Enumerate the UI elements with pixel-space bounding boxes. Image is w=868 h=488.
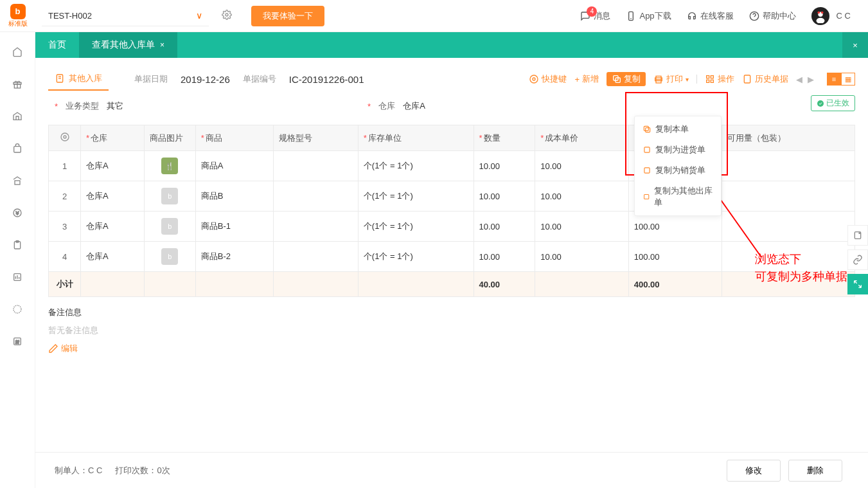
logo[interactable]: b 标准版 <box>0 4 35 28</box>
username: C C <box>837 11 851 21</box>
cell-price: 10.00 <box>535 212 629 242</box>
shortcut-action[interactable]: 快捷键 <box>529 73 567 85</box>
product-thumb: 🍴 <box>161 158 178 174</box>
table-row[interactable]: 1仓库A🍴商品A个(1个 = 1个)10.0010.00100.00 <box>49 151 855 181</box>
new-label: 新增 <box>582 73 599 85</box>
edit-remarks-link[interactable]: 编辑 <box>48 343 855 354</box>
rail-link-icon[interactable] <box>847 249 868 270</box>
cell-image: b <box>144 242 195 272</box>
next-icon[interactable]: ▶ <box>808 75 814 84</box>
copy-this-doc[interactable]: 复制本单 <box>635 119 721 140</box>
sidebar-bag-icon[interactable] <box>10 141 24 156</box>
headset-icon <box>687 11 697 21</box>
close-all-tabs-icon[interactable]: × <box>842 32 868 58</box>
warehouse-label: 仓库 <box>378 100 395 112</box>
cell-image: 🍴 <box>144 151 195 181</box>
svg-rect-45 <box>644 147 650 152</box>
svg-point-0 <box>226 14 228 16</box>
col-spec: 规格型号 <box>273 125 358 151</box>
sidebar-home-icon[interactable] <box>10 45 24 59</box>
tab-view-doc[interactable]: 查看其他入库单 × <box>79 32 177 58</box>
cell-unit: 个(1个 = 1个) <box>358 181 474 212</box>
doc-date-value: 2019-12-26 <box>181 74 230 85</box>
subtotal-row: 小计40.00400.00 <box>49 272 855 297</box>
col-product: *商品 <box>195 125 273 151</box>
footer-print-count: 打印次数：0次 <box>115 465 170 476</box>
sidebar-report-icon[interactable] <box>10 270 24 284</box>
list-view-toggle[interactable]: ≡ <box>827 73 841 86</box>
modify-button[interactable]: 修改 <box>727 460 781 482</box>
copy-dropdown-menu: 复制本单 复制为进货单 复制为销货单 复制为其他出库单 <box>634 116 722 216</box>
status-text: 已生效 <box>826 98 849 109</box>
annotation-line2: 可复制为多种单据 <box>755 268 847 285</box>
doc-type-tab[interactable]: 其他入库 <box>48 68 109 91</box>
svg-point-23 <box>13 305 21 313</box>
cell-warehouse: 仓库A <box>81 181 145 212</box>
logo-version-label: 标准版 <box>8 19 28 28</box>
sidebar-gift-icon[interactable] <box>10 77 24 91</box>
print-label: 打印 <box>666 73 683 85</box>
sidebar-sync-icon[interactable] <box>10 302 24 316</box>
app-download-link[interactable]: App下载 <box>626 10 671 22</box>
cell-price: 10.00 <box>535 151 629 181</box>
col-settings[interactable] <box>49 125 81 151</box>
copy-to-purchase[interactable]: 复制为进货单 <box>635 140 721 160</box>
online-service-link[interactable]: 在线客服 <box>687 10 734 22</box>
sidebar-inventory-icon[interactable] <box>10 109 24 123</box>
user-menu[interactable]: C C <box>811 7 851 25</box>
close-icon[interactable]: × <box>160 41 164 50</box>
delete-button[interactable]: 删除 <box>788 460 842 482</box>
subtotal-qty: 40.00 <box>474 272 535 297</box>
prev-icon[interactable]: ◀ <box>796 75 802 84</box>
outbound-icon <box>642 192 650 201</box>
svg-rect-14 <box>15 181 20 185</box>
mobile-icon <box>626 11 636 21</box>
doc-tab-title: 其他入库 <box>69 73 102 84</box>
edit-label: 编辑 <box>61 343 78 354</box>
cell-available <box>722 151 855 181</box>
table-row[interactable]: 3仓库Ab商品B-1个(1个 = 1个)10.0010.00100.00 <box>49 212 855 242</box>
new-action[interactable]: + 新增 <box>574 73 599 85</box>
history-action[interactable]: 历史单据 <box>742 73 788 85</box>
help-center-link[interactable]: 帮助中心 <box>749 10 796 22</box>
company-selector[interactable]: TEST-H002 ∨ <box>42 6 209 26</box>
rail-expand-icon[interactable] <box>847 274 868 294</box>
copy-action[interactable]: 复制 <box>607 72 646 86</box>
svg-rect-44 <box>644 126 648 131</box>
print-action[interactable]: 打印 ▾ <box>653 73 689 85</box>
row-num: 3 <box>49 212 81 242</box>
sidebar-clipboard-icon[interactable] <box>10 238 24 252</box>
check-icon <box>817 100 824 107</box>
doc-code-label: 单据编号 <box>243 73 276 85</box>
cell-product: 商品A <box>195 151 273 181</box>
table-row[interactable]: 2仓库Ab商品B个(1个 = 1个)10.0010.00100.00 <box>49 181 855 212</box>
cell-qty: 10.00 <box>474 242 535 272</box>
purchase-icon <box>642 145 651 154</box>
help-center-label: 帮助中心 <box>763 10 796 22</box>
history-icon <box>742 74 752 84</box>
sidebar-new-icon[interactable]: 新 <box>10 334 24 348</box>
col-image: 商品图片 <box>144 125 195 151</box>
cell-qty: 10.00 <box>474 151 535 181</box>
card-view-toggle[interactable]: ▦ <box>841 73 855 86</box>
cell-unit: 个(1个 = 1个) <box>358 212 474 242</box>
copy-label: 复制 <box>624 73 641 85</box>
plus-icon: + <box>574 75 580 84</box>
messages-link[interactable]: 4 消息 <box>580 10 610 22</box>
rail-note-icon[interactable] <box>847 225 868 246</box>
svg-point-29 <box>533 78 535 80</box>
subtotal-label: 小计 <box>49 272 81 297</box>
tab-home[interactable]: 首页 <box>35 32 79 58</box>
gear-icon[interactable] <box>222 10 232 22</box>
copy-to-other-out[interactable]: 复制为其他出库单 <box>635 181 721 213</box>
row-num: 1 <box>49 151 81 181</box>
col-warehouse: *仓库 <box>81 125 145 151</box>
table-row[interactable]: 4仓库Ab商品B-2个(1个 = 1个)10.0010.00100.00 <box>49 242 855 272</box>
sidebar-money-icon[interactable]: ¥ <box>10 206 24 220</box>
trial-button[interactable]: 我要体验一下 <box>251 6 324 26</box>
col-available: 可用量（包装） <box>722 125 855 151</box>
svg-rect-39 <box>744 75 750 83</box>
copy-to-sales[interactable]: 复制为销货单 <box>635 160 721 181</box>
sidebar-warehouse-icon[interactable] <box>10 174 24 188</box>
operate-action[interactable]: 操作 <box>705 73 734 85</box>
